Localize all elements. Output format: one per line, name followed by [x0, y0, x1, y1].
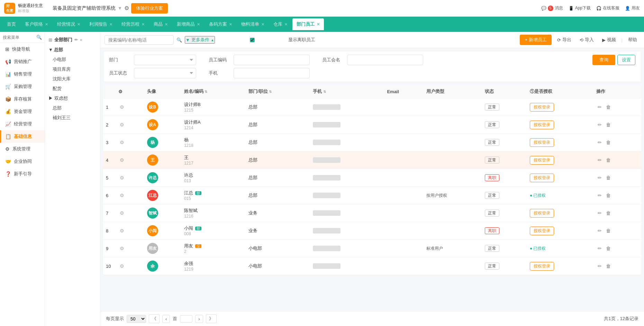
nav-tab-history[interactable]: 经营历程✕ — [117, 18, 149, 30]
cell-settings[interactable]: ⚙ — [116, 204, 144, 222]
dept-tree-item[interactable]: 项目库房 — [45, 64, 100, 74]
sidebar-item-finance[interactable]: 💰 资金管理 — [0, 105, 45, 118]
nav-tab-add_goods[interactable]: 新增商品✕ — [173, 18, 204, 30]
sidebar-item-basic_info[interactable]: 📋 基础信息 — [0, 130, 45, 143]
sidebar-item-enterprise[interactable]: 🤝 企业协同 — [0, 155, 45, 168]
search-input[interactable] — [3, 35, 36, 40]
edit-button[interactable]: ✏ — [596, 139, 603, 146]
row-settings-button[interactable]: ⚙ — [118, 104, 126, 111]
delete-button[interactable]: 🗑 — [605, 139, 612, 146]
delete-button[interactable]: 🗑 — [605, 192, 612, 199]
delete-button[interactable]: 🗑 — [605, 174, 612, 181]
row-settings-button[interactable]: ⚙ — [118, 139, 126, 146]
edit-button[interactable]: ✏ — [596, 121, 603, 128]
cell-is-authorized[interactable]: 授权登录 — [527, 204, 593, 222]
sidebar-item-purchase[interactable]: 🛒 采购管理 — [0, 80, 45, 93]
row-settings-button[interactable]: ⚙ — [118, 227, 126, 234]
row-settings-button[interactable]: ⚙ — [118, 210, 126, 217]
cell-settings[interactable]: ⚙ — [116, 134, 144, 151]
cell-settings[interactable]: ⚙ — [116, 222, 144, 240]
cell-settings[interactable]: ⚙ — [116, 98, 144, 116]
nav-tab-warehouse[interactable]: 仓库✕ — [269, 18, 292, 30]
dept-tree-item[interactable]: ▶ 双虑想 — [45, 94, 100, 103]
dept-tree-item[interactable]: 配货 — [45, 84, 100, 94]
close-tab-icon[interactable]: ✕ — [284, 22, 288, 27]
phone-filter-input[interactable] — [234, 68, 310, 78]
add-employee-button[interactable]: + 新增员工 — [520, 35, 551, 45]
auth-login-button[interactable]: 授权登录 — [530, 138, 554, 147]
chevron-down-icon[interactable]: ▼ — [118, 6, 122, 11]
delete-button[interactable]: 🗑 — [605, 263, 612, 270]
row-settings-button[interactable]: ⚙ — [118, 121, 126, 128]
edit-button[interactable]: ✏ — [596, 157, 603, 164]
auth-login-button[interactable]: 授权登录 — [530, 209, 554, 218]
show-resigned-checkbox[interactable] — [218, 38, 287, 42]
try-button[interactable]: 体验行业方案 — [131, 3, 168, 14]
dept-tree-item[interactable]: ▼ 总部 — [45, 45, 100, 55]
dept-tree-item[interactable]: 小电部 — [45, 55, 100, 64]
row-settings-button[interactable]: ⚙ — [118, 157, 126, 164]
sidebar-item-quick_nav[interactable]: ⊞ 快捷导航 — [0, 43, 45, 55]
nav-tab-barcode[interactable]: 条码方案✕ — [205, 18, 236, 30]
emp-code-filter-input[interactable] — [234, 55, 310, 65]
nav-tab-staff[interactable]: 部门员工✕ — [292, 18, 324, 30]
delete-button[interactable]: 🗑 — [605, 227, 612, 234]
nav-tab-home[interactable]: 首页 — [3, 18, 20, 30]
dept-tree-item[interactable]: 補刘王三 — [45, 113, 100, 123]
edit-button[interactable]: ✏ — [596, 227, 603, 234]
close-tab-icon[interactable]: ✕ — [45, 22, 48, 27]
nav-tab-customers[interactable]: 客户联络✕ — [21, 18, 52, 30]
sidebar-item-system[interactable]: ⚙ 系统管理 — [0, 143, 45, 155]
online-service-button[interactable]: 🎧 在线客服 — [596, 5, 619, 11]
collapse-icon[interactable]: « — [80, 37, 82, 42]
import-button[interactable]: ⟲ 导入 — [577, 35, 597, 45]
help-button[interactable]: 帮助 — [625, 35, 640, 45]
emp-name-filter-input[interactable] — [347, 55, 423, 65]
col-phone[interactable]: 手机 ⇅ — [310, 85, 384, 98]
delete-button[interactable]: 🗑 — [605, 104, 612, 111]
cell-is-authorized[interactable]: 授权登录 — [527, 98, 593, 116]
dept-tree-item[interactable]: 总部 — [45, 103, 100, 113]
sidebar-item-marketing[interactable]: 📢 营销推广 — [0, 55, 45, 68]
col-name_code[interactable]: 姓名/编码 ⇅ — [181, 85, 246, 98]
cell-settings[interactable]: ⚙ — [116, 240, 144, 257]
row-settings-button[interactable]: ⚙ — [118, 245, 126, 252]
auth-login-button[interactable]: 授权登录 — [530, 103, 554, 112]
cell-settings[interactable]: ⚙ — [116, 151, 144, 169]
close-tab-icon[interactable]: ✕ — [165, 22, 168, 27]
edit-button[interactable]: ✏ — [596, 245, 603, 252]
close-tab-icon[interactable]: ✕ — [142, 22, 145, 27]
search-input[interactable] — [105, 35, 174, 45]
nav-tab-business[interactable]: 经营情况✕ — [53, 18, 84, 30]
delete-button[interactable]: 🗑 — [605, 157, 612, 164]
nav-tab-materials[interactable]: 物料清单✕ — [237, 18, 269, 30]
close-tab-icon[interactable]: ✕ — [109, 22, 112, 27]
dept-filter-select[interactable] — [134, 55, 196, 65]
col-dept_position[interactable]: 部门/职位 ⇅ — [246, 85, 310, 98]
cell-is-authorized[interactable]: 授权登录 — [527, 222, 593, 240]
nav-tab-profit[interactable]: 利润报告✕ — [85, 18, 117, 30]
close-tab-icon[interactable]: ✕ — [317, 22, 320, 27]
auth-login-button[interactable]: 授权登录 — [530, 174, 554, 182]
close-tab-icon[interactable]: ✕ — [197, 22, 200, 27]
cell-is-authorized[interactable]: 授权登录 — [527, 151, 593, 169]
app-download-button[interactable]: 📱 App下载 — [569, 5, 591, 11]
cell-settings[interactable]: ⚙ — [116, 116, 144, 134]
prev-page-button[interactable]: ‹ — [162, 315, 170, 323]
export-button[interactable]: ⟳ 导出 — [554, 35, 574, 45]
edit-button[interactable]: ✏ — [596, 104, 603, 111]
cell-settings[interactable]: ⚙ — [116, 187, 144, 204]
page-size-select[interactable]: 50 100 200 — [127, 315, 146, 323]
delete-button[interactable]: 🗑 — [605, 210, 612, 217]
next-page-button[interactable]: › — [195, 315, 203, 323]
sidebar-item-inventory[interactable]: 📦 库存核算 — [0, 93, 45, 105]
auth-login-button[interactable]: 授权登录 — [530, 227, 554, 235]
edit-button[interactable]: ✏ — [596, 210, 603, 217]
delete-button[interactable]: 🗑 — [605, 121, 612, 128]
close-tab-icon[interactable]: ✕ — [261, 22, 264, 27]
nav-tab-goods[interactable]: 商品✕ — [149, 18, 172, 30]
row-settings-button[interactable]: ⚙ — [118, 263, 126, 270]
more-conditions-button[interactable]: ▼ 更多条件 ▲ — [185, 36, 215, 44]
last-page-button[interactable]: 》 — [206, 314, 217, 323]
cell-is-authorized[interactable]: 授权登录 — [527, 134, 593, 151]
